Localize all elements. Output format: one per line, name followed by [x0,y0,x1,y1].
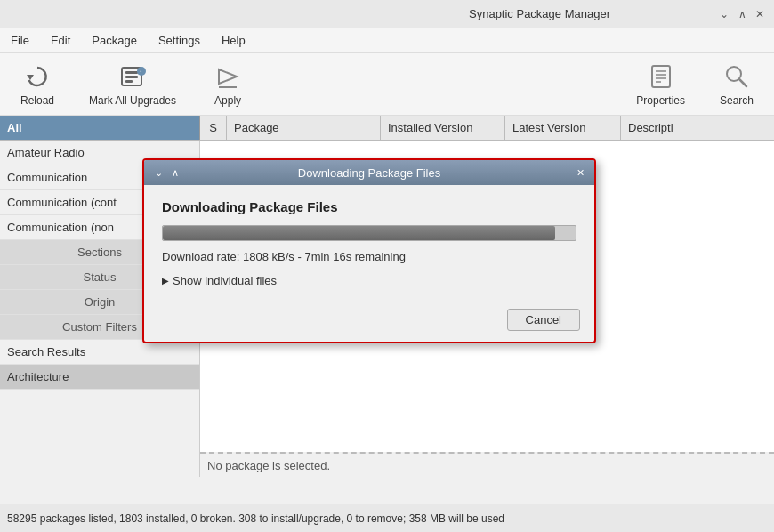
menu-bar: File Edit Package Settings Help [0,28,774,53]
col-latest-version[interactable]: Latest Version [505,116,621,140]
column-headers: All S Package Installed Version Latest V… [0,116,774,141]
col-package[interactable]: Package [227,116,381,140]
minimize-button[interactable]: ⌄ [717,7,731,21]
progress-bar-fill [163,226,555,240]
menu-edit[interactable]: Edit [47,32,74,49]
col-all[interactable]: All [0,116,200,140]
close-button[interactable]: ✕ [753,7,767,21]
svg-rect-4 [125,80,133,83]
dialog-title: Downloading Package Files [187,166,552,180]
dialog-body: Downloading Package Files Download rate:… [144,185,594,302]
properties-label: Properties [636,94,685,107]
title-bar: Synaptic Package Manager ⌄ ∧ ✕ [0,0,774,28]
menu-file[interactable]: File [7,32,33,49]
dialog-heading: Downloading Package Files [162,199,576,214]
mark-all-upgrades-label: Mark All Upgrades [89,94,176,107]
dialog-minimize-button[interactable]: ⌄ [151,165,165,180]
download-rate: Download rate: 1808 kB/s - 7min 16s rema… [162,250,576,263]
progress-bar-container [162,225,576,241]
properties-icon [647,62,675,91]
dialog-footer: Cancel [144,302,594,342]
show-individual-files[interactable]: ▶ Show individual files [162,274,576,287]
properties-button[interactable]: Properties [629,59,692,110]
svg-line-15 [739,79,746,86]
svg-rect-2 [125,71,138,74]
apply-button[interactable]: Apply [201,59,254,110]
cancel-button[interactable]: Cancel [507,309,580,331]
search-button[interactable]: Search [710,59,763,110]
maximize-button[interactable]: ∧ [735,7,749,21]
title-bar-controls: ⌄ ∧ ✕ [717,7,767,21]
reload-label: Reload [20,94,54,107]
col-installed-version[interactable]: Installed Version [381,116,505,140]
apply-icon [214,62,242,91]
svg-marker-0 [27,75,34,80]
download-dialog: ⌄ ∧ Downloading Package Files ✕ Download… [142,158,596,343]
svg-text:↑: ↑ [139,69,142,77]
reload-icon [23,62,52,91]
dialog-maximize-button[interactable]: ∧ [168,165,182,180]
svg-rect-3 [125,76,138,78]
status-bar: 58295 packages listed, 1803 installed, 0… [0,504,774,532]
sidebar-item-search-results[interactable]: Search Results [0,340,199,365]
package-info: No package is selected. [200,452,774,477]
apply-label: Apply [214,94,241,107]
toolbar: Reload ↑ Mark All Upgrades Apply [0,53,774,116]
svg-rect-9 [652,66,670,87]
app-title: Synaptic Package Manager [362,7,717,20]
svg-marker-7 [219,69,237,84]
main-content: Amateur Radio Communication Communicatio… [0,141,774,477]
mark-icon: ↑ [118,62,147,91]
sidebar-item-architecture[interactable]: Architecture [0,365,199,390]
menu-settings[interactable]: Settings [155,32,204,49]
search-label: Search [720,94,754,107]
menu-package[interactable]: Package [88,32,141,49]
col-s[interactable]: S [200,116,227,140]
reload-button[interactable]: Reload [11,59,64,110]
expand-arrow-icon: ▶ [162,276,169,286]
col-description[interactable]: Descripti [621,116,774,140]
dialog-titlebar: ⌄ ∧ Downloading Package Files ✕ [144,160,594,185]
dialog-close-button[interactable]: ✕ [573,165,587,180]
search-icon [722,62,751,91]
mark-all-upgrades-button[interactable]: ↑ Mark All Upgrades [82,59,183,110]
menu-help[interactable]: Help [218,32,249,49]
